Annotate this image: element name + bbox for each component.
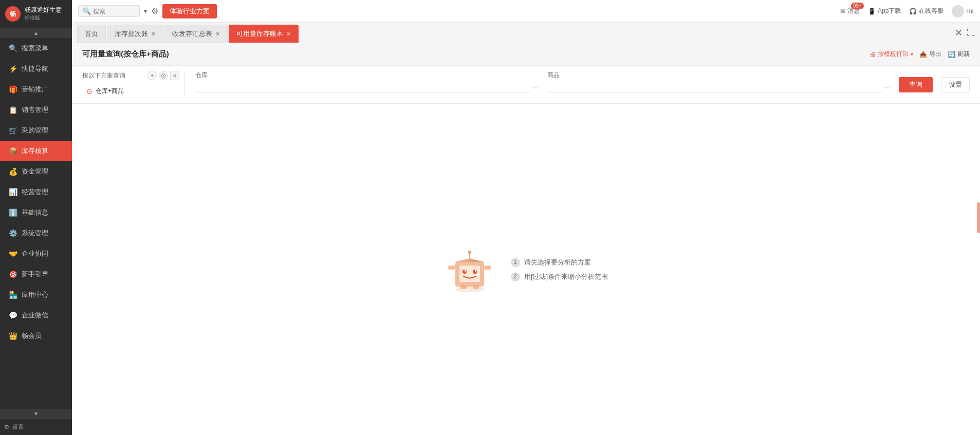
warehouse-more-btn[interactable]: ···: [533, 83, 539, 91]
service-btn[interactable]: 🎧 在线客服: [909, 7, 944, 15]
sidebar-item-search[interactable]: 🔍 搜索菜单: [0, 38, 72, 59]
right-scrollbar[interactable]: [977, 202, 980, 233]
handshake-icon: 🤝: [8, 249, 17, 258]
app-subtitle: 标准版: [25, 14, 62, 22]
topbar-dropdown-btn[interactable]: ▾: [144, 8, 147, 15]
wechat-icon: 💬: [8, 311, 17, 320]
page-actions: 🖨 按模板打印 ▾ 📤 导出 🔄 刷新: [870, 50, 970, 59]
gift-icon: 🎁: [8, 85, 17, 94]
sidebar-scroll-up[interactable]: ▲: [0, 28, 72, 38]
money-icon: 💰: [8, 167, 17, 176]
print-btn[interactable]: 🖨 按模板打印 ▾: [870, 50, 913, 59]
sidebar-nav: 🔍 搜索菜单 ⚡ 快捷导航 🎁 营销推广 📋 销售管理 🛒 采购管理 📦 库存核…: [0, 38, 72, 409]
app-download-btn[interactable]: 📱 App下载: [868, 7, 901, 15]
tab-receive-summary[interactable]: 收发存汇总表 ✕: [164, 25, 228, 43]
svg-point-0: [455, 286, 484, 292]
page-title: 可用量查询(按仓库+商品): [82, 49, 169, 59]
filter-goods-field: 商品 ···: [547, 71, 891, 92]
store-icon: 🏪: [8, 290, 17, 299]
refresh-icon: 🔄: [948, 51, 955, 58]
sidebar-item-inventory[interactable]: 📦 库存核算: [0, 141, 72, 161]
page-header: 可用量查询(按仓库+商品) 🖨 按模板打印 ▾ 📤 导出 🔄 刷新: [72, 43, 980, 66]
warehouse-input[interactable]: [195, 82, 530, 92]
scheme-icon: ⊙: [86, 87, 93, 96]
message-btn[interactable]: ✉ 消息 99+: [840, 7, 860, 15]
tab-available-stock[interactable]: 可用量库存账本 ✕: [229, 25, 299, 43]
flash-icon: ⚡: [8, 64, 17, 73]
tabbar-close-btn[interactable]: ✕: [955, 27, 963, 39]
trial-btn[interactable]: 体验行业方案: [162, 4, 217, 18]
clipboard-icon: 📋: [8, 105, 17, 115]
filter-collapse-btn[interactable]: «: [170, 71, 179, 80]
headset-icon: 🎧: [909, 8, 917, 15]
topbar-search-box[interactable]: 🔍: [78, 5, 140, 17]
sidebar-footer[interactable]: ⚙ 设置: [0, 419, 72, 435]
avatar: [952, 5, 964, 17]
tab-home[interactable]: 首页: [77, 25, 106, 43]
app-title: 畅康通好生意: [25, 6, 62, 14]
box-icon: 📦: [8, 146, 17, 156]
empty-step-1: 1 请先选择要分析的方案: [511, 258, 608, 267]
sidebar-scroll-down[interactable]: ▼: [0, 409, 72, 419]
phone-icon: 📱: [868, 8, 876, 15]
sidebar-item-finance[interactable]: 💰 资金管理: [0, 161, 72, 182]
tabbar-expand-btn[interactable]: ⛶: [967, 28, 975, 37]
tab-close-batch[interactable]: ✕: [151, 31, 156, 37]
svg-point-5: [465, 270, 466, 272]
sidebar-item-corp-collab[interactable]: 🤝 企业协同: [0, 243, 72, 264]
sidebar-item-basic-info[interactable]: ℹ️ 基础信息: [0, 202, 72, 223]
guide-icon: 🎯: [8, 270, 17, 279]
empty-inner: 1 请先选择要分析的方案 2 用[过滤]条件来缩小分析范围: [444, 244, 608, 295]
sidebar-item-purchase[interactable]: 🛒 采购管理: [0, 120, 72, 141]
filter-add-scheme-btn[interactable]: +: [147, 71, 157, 80]
chevron-down-icon[interactable]: ▾: [911, 51, 913, 57]
topbar-search-icon: 🔍: [83, 7, 91, 15]
tab-close-available[interactable]: ✕: [286, 31, 291, 37]
sidebar-header: 畅 畅康通好生意 标准版: [0, 0, 72, 28]
topbar-gear-icon[interactable]: ⚙: [151, 6, 158, 16]
filter-panel: 按以下方案查询 + ⊙ « ⊙ 仓库+商品 仓库: [72, 66, 980, 104]
topbar-search-input[interactable]: [93, 8, 134, 15]
sidebar-item-operation[interactable]: 📊 经营管理: [0, 182, 72, 202]
main-area: 🔍 ▾ ⚙ 体验行业方案 ✉ 消息 99+ 📱 App下载 🎧 在线客服 Rit: [72, 0, 980, 435]
message-badge: 99+: [851, 3, 864, 9]
empty-state: 1 请先选择要分析的方案 2 用[过滤]条件来缩小分析范围: [72, 104, 980, 435]
step-1-badge: 1: [511, 258, 520, 267]
sidebar-item-vip[interactable]: 👑 畅会员: [0, 326, 72, 346]
empty-step-2: 2 用[过滤]条件来缩小分析范围: [511, 272, 608, 281]
sidebar-item-newguide[interactable]: 🎯 新手引导: [0, 264, 72, 285]
svg-rect-11: [460, 285, 467, 289]
svg-rect-9: [448, 266, 455, 270]
svg-point-8: [468, 251, 471, 254]
user-menu[interactable]: Rit: [952, 5, 974, 17]
filter-scheme-label: 按以下方案查询 + ⊙ «: [82, 71, 179, 80]
sidebar-item-sales[interactable]: 📋 销售管理: [0, 100, 72, 120]
tabbar: 首页 库存批次账 ✕ 收发存汇总表 ✕ 可用量库存账本 ✕ ✕ ⛶: [72, 23, 980, 43]
crown-icon: 👑: [8, 331, 17, 341]
sidebar-item-shortcut[interactable]: ⚡ 快捷导航: [0, 59, 72, 79]
chart-icon: 📊: [8, 187, 17, 197]
filter-settings-btn[interactable]: 设置: [941, 77, 970, 92]
sidebar-item-corpwechat[interactable]: 💬 企业微信: [0, 305, 72, 326]
sidebar-item-marketing[interactable]: 🎁 营销推广: [0, 79, 72, 100]
scheme-item-warehouse-goods[interactable]: ⊙ 仓库+商品: [82, 84, 179, 98]
refresh-btn[interactable]: 🔄 刷新: [948, 50, 970, 59]
export-btn[interactable]: 📤 导出: [919, 50, 941, 59]
query-btn[interactable]: 查询: [899, 77, 933, 92]
search-icon: 🔍: [8, 44, 17, 53]
sidebar: 畅 畅康通好生意 标准版 ▲ 🔍 搜索菜单 ⚡ 快捷导航 🎁 营销推广 📋 销售…: [0, 0, 72, 435]
step-2-badge: 2: [511, 272, 520, 281]
svg-rect-10: [484, 266, 491, 270]
info-icon: ℹ️: [8, 208, 17, 217]
goods-input[interactable]: [547, 82, 882, 92]
tab-batch-account[interactable]: 库存批次账 ✕: [107, 25, 163, 43]
sidebar-item-appcenter[interactable]: 🏪 应用中心: [0, 285, 72, 305]
svg-point-6: [475, 270, 476, 272]
sidebar-item-system[interactable]: ⚙️ 系统管理: [0, 223, 72, 243]
tab-close-receive[interactable]: ✕: [215, 31, 220, 37]
filter-scheme-panel: 按以下方案查询 + ⊙ « ⊙ 仓库+商品: [82, 71, 185, 98]
filter-scheme-actions: + ⊙ «: [147, 71, 179, 80]
goods-more-btn[interactable]: ···: [884, 83, 891, 91]
filter-manage-scheme-btn[interactable]: ⊙: [159, 71, 168, 80]
svg-point-4: [473, 270, 477, 274]
